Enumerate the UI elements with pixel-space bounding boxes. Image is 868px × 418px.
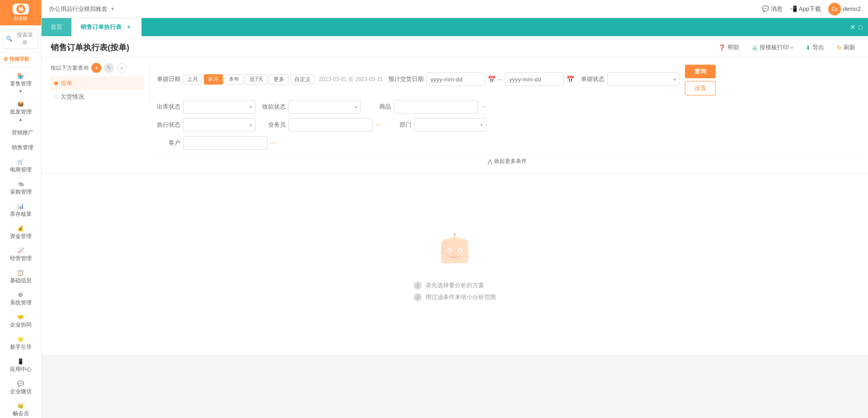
breadcrumb-arrow-icon[interactable]: ▾	[111, 5, 114, 12]
calendar-end-icon[interactable]: 📅	[566, 76, 574, 83]
collapse-up-icon: ⋀	[488, 158, 492, 165]
sidebar-item-system[interactable]: ⚙ 系统管理	[0, 288, 41, 310]
settings-button[interactable]: 设置	[685, 81, 716, 95]
exec-select-wrap: ▾	[183, 118, 255, 132]
help-button[interactable]: ❓ 帮助	[715, 42, 743, 53]
date-btn-this-month[interactable]: 本月	[204, 74, 223, 85]
date-btn-this-year[interactable]: 本年	[225, 74, 244, 85]
sidebar-nav-quick[interactable]: ⊞ 快捷导航	[0, 53, 41, 65]
date-buttons-group: 上月 本月 本年 近7天 更多 自定义	[183, 74, 315, 85]
filter-row-2: 出库状态 ▾ 收款状态	[156, 100, 859, 114]
retail-icon: 🏪	[17, 73, 24, 79]
edit-icon: ✎	[107, 65, 111, 71]
sidebar-item-guide[interactable]: 🌟 新手引导	[0, 332, 41, 355]
scheme-item-shortage[interactable]: 欠货情况	[51, 90, 144, 104]
refresh-button[interactable]: ↻ 刷新	[833, 42, 859, 53]
receipt-status-item: 收款状态 ▾	[261, 100, 361, 114]
goods-input[interactable]	[394, 100, 478, 114]
date-label: 单据日期	[156, 75, 180, 83]
outbound-select[interactable]	[183, 100, 255, 114]
goods-item: 商品 ···	[366, 100, 486, 114]
salesman-input[interactable]	[288, 118, 373, 132]
query-button[interactable]: 查询	[685, 65, 716, 78]
empty-tip-2: 2 用过滤条件来缩小分析范围	[414, 293, 496, 301]
expected-date-start-input[interactable]	[426, 72, 485, 86]
page-title-bar: 销售订单执行表(按单) ❓ 帮助 🖨 按模板打印 ▾ ⬇ 导出	[42, 36, 868, 57]
print-button[interactable]: 🖨 按模板打印 ▾	[748, 42, 797, 53]
collapse-row[interactable]: ⋀ 收起更多条件	[156, 154, 859, 168]
sidebar-logo-text: 标准版	[14, 15, 28, 22]
customer-ellipsis[interactable]: ···	[270, 139, 276, 147]
tab-home[interactable]: 首页	[42, 18, 71, 36]
app-center-icon: 📱	[17, 358, 24, 365]
goods-ellipsis[interactable]: ···	[481, 103, 486, 111]
sidebar-item-wechat[interactable]: 💬 企业微信	[0, 377, 41, 399]
tab-sales-order[interactable]: 销售订单执行表 ×	[71, 18, 142, 36]
svg-point-8	[453, 233, 456, 236]
exec-select[interactable]	[183, 118, 255, 132]
print-arrow-icon: ▾	[791, 45, 793, 50]
window-max-icon[interactable]: □	[859, 24, 863, 31]
dept-select[interactable]	[414, 118, 486, 132]
outbound-status-item: 出库状态 ▾	[156, 100, 255, 114]
page-title-actions: ❓ 帮助 🖨 按模板打印 ▾ ⬇ 导出 ↻ 刷新	[715, 42, 859, 53]
sidebar-item-retail[interactable]: 🏪 零售管理 ▾	[0, 69, 41, 97]
tab-close-icon[interactable]: ×	[125, 24, 132, 31]
sidebar-logo: 畅 标准版	[0, 0, 41, 25]
date-btn-last-month[interactable]: 上月	[183, 74, 202, 85]
expected-date-end-input[interactable]	[505, 72, 564, 86]
search-menu-button[interactable]: 🔍 搜索菜单	[3, 29, 38, 49]
export-button[interactable]: ⬇ 导出	[802, 42, 828, 53]
window-close-icon[interactable]: ×	[850, 23, 855, 32]
sidebar-item-marketing[interactable]: 营销推广	[4, 125, 41, 140]
sidebar-item-app-center[interactable]: 📱 应用中心	[0, 355, 41, 377]
refresh-icon: ↻	[837, 44, 842, 51]
sidebar-item-operation[interactable]: 📈 经营管理	[0, 244, 41, 266]
scheme-item-order[interactable]: 按单	[51, 76, 144, 90]
date-btn-custom[interactable]: 自定义	[290, 74, 315, 85]
sidebar-item-ecommerce[interactable]: 🛒 电商管理	[0, 155, 41, 177]
sidebar-item-basic[interactable]: 📋 基础信息	[0, 266, 41, 288]
tabs-bar-actions: × □	[850, 23, 868, 32]
customer-input[interactable]	[183, 136, 267, 150]
page-title: 销售订单执行表(按单)	[51, 42, 129, 53]
sidebar-item-member[interactable]: 👑 畅会员	[0, 399, 41, 418]
scheme-edit-btn[interactable]: ✎	[104, 63, 114, 73]
scheme-add-btn[interactable]: +	[91, 63, 101, 73]
customer-label: 客户	[156, 139, 180, 147]
divider	[4, 67, 37, 67]
user-name-text: demo2	[843, 5, 861, 12]
sidebar-item-enterprise[interactable]: 🤝 企业协同	[0, 310, 41, 332]
svg-point-5	[448, 250, 450, 252]
chevron-up-icon: ▴	[19, 117, 22, 122]
message-icon: 💬	[762, 5, 769, 12]
status-select[interactable]	[607, 72, 679, 86]
sidebar-item-wholesale[interactable]: 📦 批发管理 ▴	[0, 97, 41, 125]
filter-row-1: 单据日期 上月 本月 本年 近7天 更多 自定义	[156, 63, 859, 95]
operation-icon: 📈	[17, 247, 24, 254]
calendar-start-icon[interactable]: 📅	[488, 76, 495, 83]
date-btn-more[interactable]: 更多	[269, 74, 288, 85]
wholesale-icon: 📦	[17, 101, 24, 107]
message-btn[interactable]: 💬 消息	[762, 5, 783, 13]
tip-num-2: 2	[414, 293, 422, 301]
collapse-text: 收起更多条件	[494, 157, 527, 165]
search-row: 按以下方案查询 + ✎ « 按单	[51, 63, 859, 168]
system-icon: ⚙	[18, 292, 23, 298]
receipt-select[interactable]	[288, 100, 361, 114]
receipt-select-wrap: ▾	[288, 100, 361, 114]
date-btn-7days[interactable]: 近7天	[245, 74, 268, 85]
app-download-btn[interactable]: 📲 App下载	[790, 5, 821, 13]
filter-status-item: 单据状态 ▾	[580, 72, 679, 86]
sidebar-item-inventory[interactable]: 📊 库存核算	[0, 200, 41, 222]
filter-expected-date-item: 预计交货日期 📅 — 📅	[388, 72, 574, 86]
sidebar-item-sales[interactable]: 销售管理	[4, 140, 41, 155]
chevron-down-icon: ▾	[19, 89, 22, 94]
scheme-collapse-btn[interactable]: «	[117, 63, 127, 73]
salesman-ellipsis[interactable]: ···	[375, 121, 381, 129]
svg-rect-2	[441, 241, 468, 263]
user-profile-btn[interactable]: Ea demo2	[828, 3, 861, 15]
sidebar-item-purchase[interactable]: 🛍 采购管理	[0, 177, 41, 200]
sidebar-item-finance[interactable]: 💰 资金管理	[0, 222, 41, 244]
filter-row-3: 执行状态 ▾ 业务员	[156, 118, 859, 132]
